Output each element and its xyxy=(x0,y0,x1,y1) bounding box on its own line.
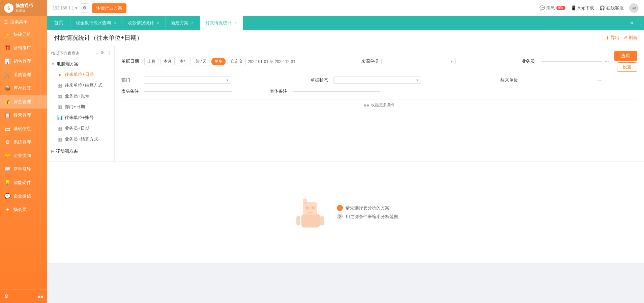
phone-icon: 📱 xyxy=(571,5,576,10)
vendor-dots-btn[interactable]: ··· xyxy=(597,77,602,83)
filter-settings-btn[interactable]: 设置 xyxy=(617,62,637,72)
sidebar-item-purchase[interactable]: 🛒 采购管理 xyxy=(0,68,47,82)
doc-status-select[interactable]: ▾ xyxy=(333,77,421,84)
scheme-collapse-btn[interactable]: 《 xyxy=(106,50,110,56)
tabs-bar: 首页 现金银行流水查询 × 收款情况统计 × 新建方案 × 付款情况统计 × ✕… xyxy=(47,16,644,30)
member-icon: ✦ xyxy=(4,206,11,213)
scheme-item-salesman-account[interactable]: ▦ 业务员+账号 xyxy=(47,91,114,101)
sidebar-item-hardware[interactable]: 💡 智能硬件 xyxy=(0,176,47,189)
dept-select[interactable]: ▾ xyxy=(144,77,231,84)
date-btn-this-month[interactable]: 本月 xyxy=(160,58,175,65)
tab-home[interactable]: 首页 xyxy=(47,16,70,30)
scheme-item-vendor-date[interactable]: ● 往来单位+日期 xyxy=(47,69,114,80)
collapse-bar[interactable]: ∧∧ 收起更多条件 xyxy=(121,99,637,111)
date-btn-this-year[interactable]: 本年 xyxy=(177,58,191,65)
sidebar-item-quick-nav[interactable]: ⚡ 快捷导航 xyxy=(0,28,47,41)
export-icon: ⬆ xyxy=(606,35,609,40)
header-remark-label: 表头备注 xyxy=(121,88,139,94)
trial-btn[interactable]: 体验行业方案 xyxy=(92,3,126,13)
sidebar-item-marketing[interactable]: 🎁 营销推广 xyxy=(0,41,47,55)
scheme-item-salesman-payment[interactable]: ▦ 业务员+结算方式 xyxy=(47,134,114,145)
source-select[interactable]: ▾ xyxy=(381,58,456,65)
tab-close-all-icon[interactable]: ✕ xyxy=(630,20,634,26)
empty-hint-1: 1 请先选择要分析的方案 xyxy=(337,205,398,211)
dept-label: 部门 xyxy=(121,77,138,83)
sidebar-collapse-icon[interactable]: ◀◀ xyxy=(37,294,43,299)
svg-rect-5 xyxy=(296,216,300,225)
sidebar-search[interactable]: ☰ 搜索菜单 xyxy=(0,16,47,28)
svg-rect-6 xyxy=(320,216,324,225)
tab-new-scheme[interactable]: 新建方案 × xyxy=(166,16,200,30)
date-btn-custom[interactable]: 自定义 xyxy=(228,58,246,65)
online-service-btn[interactable]: 🎧 在线客服 xyxy=(599,5,624,11)
sidebar-item-coop[interactable]: 🤝 企业协同 xyxy=(0,149,47,162)
collapse-btn[interactable]: ∧∧ 收起更多条件 xyxy=(363,102,395,108)
tab-close-new-scheme[interactable]: × xyxy=(191,20,194,26)
sidebar-item-fund[interactable]: 💰 资金管理 xyxy=(0,95,47,109)
svg-rect-7 xyxy=(303,199,307,204)
sidebar-item-inventory[interactable]: 📦 库存核算 xyxy=(0,82,47,95)
tab-close-bank-flow[interactable]: × xyxy=(113,20,117,26)
scheme-mobile-header[interactable]: ▶ 移动端方案 xyxy=(47,146,114,156)
sidebar-item-basic-info[interactable]: 🗃 基础信息 xyxy=(0,122,47,135)
hardware-icon: 💡 xyxy=(4,179,11,186)
refresh-icon: ↺ xyxy=(623,35,627,40)
vendor-payment-icon: ▦ xyxy=(57,83,63,88)
empty-hints: 1 请先选择要分析的方案 2 用过滤条件来缩小分析范围 xyxy=(337,205,398,220)
scheme-header-actions: + ⚙ 《 xyxy=(95,50,110,56)
sidebar: 6 畅捷通巧 标准版 ☰ 搜索菜单 ⚡ 快捷导航 🎁 营销推广 📊 销售管理 🛒… xyxy=(0,0,47,303)
sidebar-item-wechat[interactable]: 💬 企业微信 xyxy=(0,189,47,203)
mobile-arrow-icon: ▶ xyxy=(51,149,54,153)
scheme-panel-header: 按以下方案查询 + ⚙ 《 xyxy=(47,50,114,59)
date-btn-7days[interactable]: 近7天 xyxy=(193,58,209,65)
salesman-date-icon: ▦ xyxy=(57,126,63,131)
hint-num-2: 2 xyxy=(337,214,343,220)
sidebar-item-sales[interactable]: 📊 销售管理 xyxy=(0,55,47,68)
svg-point-2 xyxy=(305,206,309,210)
message-icon: 💬 xyxy=(539,5,545,10)
date-range-display: 2022-01-01 至 2022-12-31 xyxy=(248,59,295,65)
quick-nav-icon: ⚡ xyxy=(4,31,11,38)
empty-state: 1 请先选择要分析的方案 2 用过滤条件来缩小分析范围 xyxy=(47,162,644,263)
dept-date-icon: ▦ xyxy=(57,104,63,110)
vendor-account-icon: 📊 xyxy=(57,115,63,120)
scheme-item-vendor-payment[interactable]: ▦ 往来单位+结算方式 xyxy=(47,80,114,91)
page-header: 付款情况统计（往来单位+日期） ⬆ 导出 ↺ 刷新 xyxy=(47,30,644,46)
salesman-dots-btn[interactable]: ··· xyxy=(605,58,609,64)
tab-close-payment-stats[interactable]: × xyxy=(234,20,237,26)
query-panel: 按以下方案查询 + ⚙ 《 ▼ 电脑端方案 ● 往来单位+日期 xyxy=(47,46,644,161)
topbar-right: 💬 消息 99+ 📱 App下载 🎧 在线客服 Rit xyxy=(539,3,639,13)
scheme-settings-btn[interactable]: ⚙ xyxy=(100,50,104,56)
tab-bank-flow[interactable]: 现金银行流水查询 × xyxy=(70,16,122,30)
export-btn[interactable]: ⬆ 导出 xyxy=(606,35,619,41)
date-btn-more[interactable]: 更多 xyxy=(211,58,226,65)
sidebar-item-operation[interactable]: 📋 经营管理 xyxy=(0,109,47,122)
scheme-item-vendor-account[interactable]: 📊 往来单位+账号 xyxy=(47,112,114,123)
scheme-add-btn[interactable]: + xyxy=(95,50,98,56)
notifications-btn[interactable]: 💬 消息 99+ xyxy=(539,5,565,11)
notification-badge: 99+ xyxy=(556,6,565,10)
topbar-dropdown-icon[interactable]: ▾ xyxy=(75,6,77,10)
tab-receivable-stats[interactable]: 收款情况统计 × xyxy=(122,16,166,30)
scheme-item-salesman-date[interactable]: ▦ 业务员+日期 xyxy=(47,123,114,134)
scheme-item-dept-date[interactable]: ▦ 部门+日期 xyxy=(47,101,114,112)
tab-close-receivable[interactable]: × xyxy=(156,20,160,26)
topbar-settings-btn[interactable]: ⚙ xyxy=(80,3,89,13)
tab-payment-stats[interactable]: 付款情况统计 × xyxy=(200,16,243,30)
user-avatar[interactable]: Rit xyxy=(629,3,639,13)
sidebar-settings-icon[interactable]: ⚙ xyxy=(4,293,9,300)
sidebar-item-guide[interactable]: 📖 新手引导 xyxy=(0,162,47,176)
fund-icon: 💰 xyxy=(4,98,11,105)
date-btn-last-month[interactable]: 上月 xyxy=(144,58,158,65)
scheme-desktop-header[interactable]: ▼ 电脑端方案 xyxy=(47,59,114,69)
filter-row-1: 单据日期 上月 本月 本年 近7天 更多 自定义 2022-01-01 至 20… xyxy=(121,51,637,72)
sidebar-item-system[interactable]: ⚙ 系统管理 xyxy=(0,135,47,149)
settings-icon: ⚙ xyxy=(83,5,87,10)
scheme-mobile-group: ▶ 移动端方案 xyxy=(47,146,114,156)
app-download-btn[interactable]: 📱 App下载 xyxy=(571,5,594,11)
robot-svg xyxy=(293,197,327,228)
tab-expand-icon[interactable]: ⛶ xyxy=(637,20,641,26)
query-btn[interactable]: 查询 xyxy=(614,51,637,61)
sidebar-item-member[interactable]: ✦ 畅会员 xyxy=(0,203,47,216)
refresh-btn[interactable]: ↺ 刷新 xyxy=(623,35,637,41)
